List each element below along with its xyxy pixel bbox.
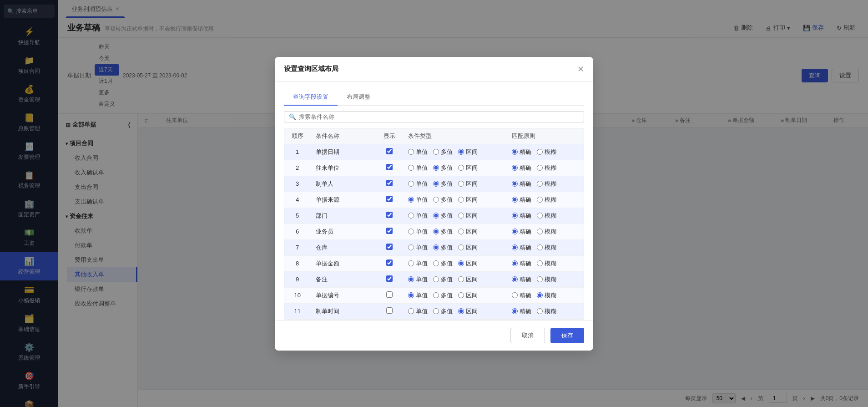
condition-option-区间[interactable]: 区间 [458, 180, 478, 188]
match-option-模糊[interactable]: 模糊 [537, 275, 556, 284]
show-checkbox[interactable] [386, 228, 393, 234]
show-checkbox[interactable] [386, 180, 393, 186]
match-option-模糊[interactable]: 模糊 [537, 180, 556, 188]
condition-option-区间[interactable]: 区间 [458, 275, 478, 284]
condition-option-多值[interactable]: 多值 [433, 212, 453, 220]
row-name: 单据日期 [310, 144, 376, 160]
row-order: 2 [284, 160, 310, 176]
match-option-精确[interactable]: 精确 [512, 228, 531, 236]
row-show [377, 176, 403, 192]
show-checkbox[interactable] [386, 307, 393, 314]
condition-option-单值[interactable]: 单值 [408, 275, 428, 284]
row-match: 精确模糊 [506, 303, 584, 319]
show-checkbox[interactable] [386, 291, 393, 298]
condition-option-单值[interactable]: 单值 [408, 196, 428, 204]
row-match: 精确模糊 [506, 255, 584, 271]
match-option-模糊[interactable]: 模糊 [537, 291, 556, 300]
row-name: 往来单位 [310, 160, 376, 176]
row-match: 精确模糊 [506, 208, 584, 224]
match-option-精确[interactable]: 精确 [512, 212, 531, 220]
show-checkbox[interactable] [386, 212, 393, 218]
modal-search-box: 🔍 [284, 111, 584, 122]
row-condition: 单值多值区间 [403, 271, 506, 287]
table-row: 1单据日期单值多值区间精确模糊 [284, 144, 584, 160]
modal-table-wrap: 顺序 条件名称 显示 条件类型 匹配原则 1单据日期单值多值区间精确模糊2往来单… [284, 128, 584, 320]
condition-option-多值[interactable]: 多值 [433, 196, 453, 204]
condition-option-区间[interactable]: 区间 [458, 212, 478, 220]
row-condition: 单值多值区间 [403, 224, 506, 239]
cancel-button[interactable]: 取消 [510, 328, 545, 343]
condition-option-单值[interactable]: 单值 [408, 164, 428, 172]
match-option-模糊[interactable]: 模糊 [537, 212, 556, 220]
match-option-精确[interactable]: 精确 [512, 291, 531, 300]
row-show [377, 208, 403, 224]
show-checkbox[interactable] [386, 244, 393, 250]
table-row: 4单据来源单值多值区间精确模糊 [284, 192, 584, 208]
th-order: 顺序 [284, 128, 310, 144]
show-checkbox[interactable] [386, 148, 393, 154]
condition-option-多值[interactable]: 多值 [433, 180, 453, 188]
row-match: 精确模糊 [506, 144, 584, 160]
match-option-精确[interactable]: 精确 [512, 259, 531, 268]
match-option-精确[interactable]: 精确 [512, 164, 531, 172]
condition-option-多值[interactable]: 多值 [433, 275, 453, 284]
condition-option-多值[interactable]: 多值 [433, 244, 453, 252]
row-order: 11 [284, 303, 310, 319]
match-option-模糊[interactable]: 模糊 [537, 244, 556, 252]
match-option-精确[interactable]: 精确 [512, 180, 531, 188]
row-name: 仓库 [310, 239, 376, 255]
row-name: 业务员 [310, 224, 376, 239]
condition-option-区间[interactable]: 区间 [458, 148, 478, 156]
match-option-精确[interactable]: 精确 [512, 275, 531, 284]
row-show [377, 287, 403, 303]
match-option-精确[interactable]: 精确 [512, 196, 531, 204]
table-row: 6业务员单值多值区间精确模糊 [284, 224, 584, 239]
row-name: 制单时间 [310, 303, 376, 319]
match-option-模糊[interactable]: 模糊 [537, 228, 556, 236]
condition-option-多值[interactable]: 多值 [433, 148, 453, 156]
condition-option-单值[interactable]: 单值 [408, 244, 428, 252]
condition-option-多值[interactable]: 多值 [433, 228, 453, 236]
condition-option-多值[interactable]: 多值 [433, 259, 453, 268]
condition-option-区间[interactable]: 区间 [458, 259, 478, 268]
condition-option-区间[interactable]: 区间 [458, 196, 478, 204]
condition-option-单值[interactable]: 单值 [408, 148, 428, 156]
match-option-模糊[interactable]: 模糊 [537, 307, 556, 315]
save-button[interactable]: 保存 [550, 328, 584, 343]
modal-body: 查询字段设置 布局调整 🔍 顺序 条件名称 显示 条件类型 匹配原则 [275, 82, 593, 320]
condition-option-区间[interactable]: 区间 [458, 244, 478, 252]
condition-option-多值[interactable]: 多值 [433, 291, 453, 300]
modal-close-button[interactable]: ✕ [577, 64, 584, 74]
show-checkbox[interactable] [386, 275, 393, 282]
match-option-精确[interactable]: 精确 [512, 148, 531, 156]
match-option-精确[interactable]: 精确 [512, 244, 531, 252]
condition-option-区间[interactable]: 区间 [458, 228, 478, 236]
condition-option-区间[interactable]: 区间 [458, 307, 478, 315]
condition-option-多值[interactable]: 多值 [433, 307, 453, 315]
condition-option-单值[interactable]: 单值 [408, 291, 428, 300]
tab-layout[interactable]: 布局调整 [338, 89, 379, 106]
condition-option-单值[interactable]: 单值 [408, 212, 428, 220]
condition-option-单值[interactable]: 单值 [408, 180, 428, 188]
modal-title: 设置查询区域布局 [284, 65, 338, 73]
match-option-精确[interactable]: 精确 [512, 307, 531, 315]
modal: 设置查询区域布局 ✕ 查询字段设置 布局调整 🔍 顺序 条件名称 显示 [275, 57, 593, 351]
row-order: 6 [284, 224, 310, 239]
show-checkbox[interactable] [386, 196, 393, 202]
show-checkbox[interactable] [386, 259, 393, 266]
match-option-模糊[interactable]: 模糊 [537, 259, 556, 268]
condition-option-单值[interactable]: 单值 [408, 259, 428, 268]
condition-option-区间[interactable]: 区间 [458, 164, 478, 172]
show-checkbox[interactable] [386, 164, 393, 170]
condition-option-单值[interactable]: 单值 [408, 307, 428, 315]
match-option-模糊[interactable]: 模糊 [537, 164, 556, 172]
tab-field-settings[interactable]: 查询字段设置 [284, 89, 338, 106]
condition-option-区间[interactable]: 区间 [458, 291, 478, 300]
row-order: 7 [284, 239, 310, 255]
condition-option-多值[interactable]: 多值 [433, 164, 453, 172]
row-order: 1 [284, 144, 310, 160]
condition-option-单值[interactable]: 单值 [408, 228, 428, 236]
match-option-模糊[interactable]: 模糊 [537, 148, 556, 156]
match-option-模糊[interactable]: 模糊 [537, 196, 556, 204]
modal-search-input[interactable] [299, 113, 390, 120]
